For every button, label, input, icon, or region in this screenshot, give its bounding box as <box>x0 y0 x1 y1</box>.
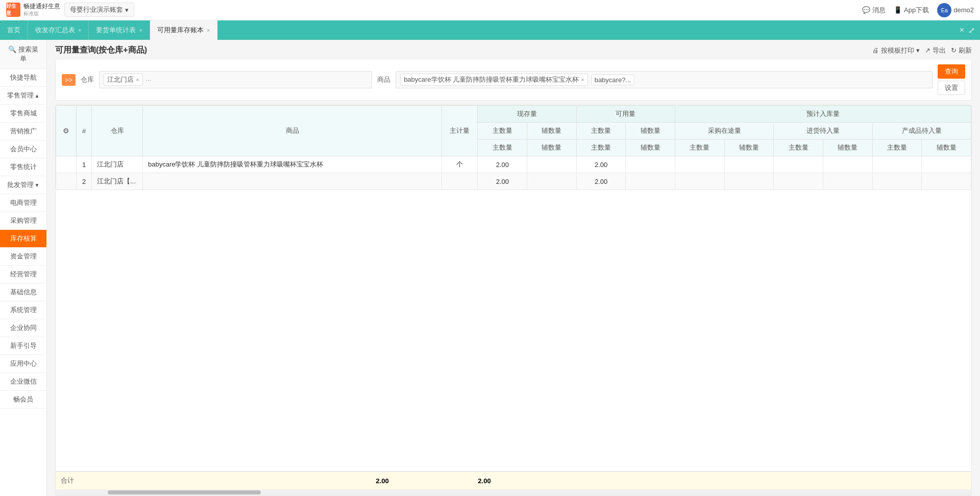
th-current-main-qty: 主数量 <box>478 123 527 139</box>
tab-bar-end: × ⤢ <box>954 20 980 40</box>
row2-available-main: 2.00 <box>576 173 626 190</box>
refresh-button[interactable]: ↻ 刷新 <box>951 46 972 55</box>
th-inbound-pending: 进货待入量 <box>774 123 872 139</box>
sidebar-app-center-label: 应用中心 <box>10 359 37 368</box>
sidebar-item-finance-mgmt[interactable]: 资金管理 <box>0 248 46 266</box>
inventory-table: ⚙ # 仓库 商品 主计量 现存量 可用量 预计入库量 主数量 辅数量 主数量 <box>56 105 971 190</box>
user-menu[interactable]: Ea demo2 <box>937 3 974 17</box>
quick-nav-label: 快捷导航 <box>10 74 37 81</box>
th-settings[interactable]: ⚙ <box>56 106 77 156</box>
scroll-thumb[interactable] <box>108 490 261 494</box>
tab-home-label: 首页 <box>7 26 20 35</box>
top-bar: 好生意 畅捷通好生意 标准版 母婴行业演示账套 ▾ 💬 消息 📱 App下载 E… <box>0 0 980 20</box>
tab-close-all-button[interactable]: × <box>960 26 964 35</box>
query-button[interactable]: 查询 <box>938 64 965 79</box>
template-print-button[interactable]: 🖨 按模板打印 ▾ <box>872 46 920 55</box>
tab-home[interactable]: 首页 <box>0 20 28 40</box>
industry-selector-text: 母婴行业演示账套 <box>70 5 123 14</box>
sidebar-item-app-center[interactable]: 应用中心 <box>0 355 46 373</box>
product-tag-babycare[interactable]: babycare学饮杯 儿童防摔防撞吸管杯重力球吸嘴杯宝宝水杯 × <box>400 74 588 86</box>
row2-pt-main <box>675 173 725 190</box>
sidebar-item-basic-info[interactable]: 基础信息 <box>0 284 46 301</box>
sidebar-retail-stats-label: 零售统计 <box>10 162 37 172</box>
search-menu-label: 搜索菜单 <box>18 45 38 62</box>
row1-current-main: 2.00 <box>478 156 527 173</box>
row2-pp-main <box>872 173 922 190</box>
row2-pt-aux <box>724 173 774 190</box>
tab-expand-button[interactable]: ⤢ <box>968 26 975 35</box>
filter-action-buttons: 查询 设置 <box>938 64 965 95</box>
main-layout: 🔍 搜索菜单 快捷导航 零售管理 ▲ 零售商城 营销推广 会员中心 零售统计 批… <box>0 40 980 496</box>
sidebar-operations-mgmt-label: 经营管理 <box>10 270 37 279</box>
sidebar-item-ecommerce[interactable]: 电商管理 <box>0 194 46 212</box>
row1-num: 1 <box>77 156 92 173</box>
product-filter-tags[interactable]: babycare学饮杯 儿童防摔防撞吸管杯重力球吸嘴杯宝宝水杯 × babyca… <box>396 71 933 88</box>
logo-area: 好生意 畅捷通好生意 标准版 <box>6 3 60 17</box>
filter-expand-button[interactable]: >> <box>62 74 76 86</box>
th-available: 可用量 <box>576 106 675 123</box>
export-label: 导出 <box>933 46 946 55</box>
sidebar-item-marketing[interactable]: 营销推广 <box>0 123 46 140</box>
sidebar-item-enterprise-wechat[interactable]: 企业微信 <box>0 373 46 391</box>
th-product-pending: 产成品待入量 <box>872 123 971 139</box>
table-container: ⚙ # 仓库 商品 主计量 现存量 可用量 预计入库量 主数量 辅数量 主数量 <box>55 105 972 496</box>
refresh-label: 刷新 <box>959 46 972 55</box>
product-tag-babycare2[interactable]: babycare?... <box>591 75 635 85</box>
sidebar-item-inventory-check[interactable]: 库存核算 <box>0 230 46 248</box>
footer-available-main: 2.00 <box>459 477 510 485</box>
product-tag2-label: babycare?... <box>595 76 631 84</box>
warehouse-filter-tags[interactable]: 江北门店 × ··· <box>99 71 372 88</box>
row2-num: 2 <box>77 173 92 190</box>
horizontal-scrollbar[interactable] <box>56 489 971 495</box>
sidebar-enterprise-collab-label: 企业协同 <box>10 323 37 333</box>
tab-receipt-summary[interactable]: 收发存汇总表 × <box>28 20 89 40</box>
top-bar-right: 💬 消息 📱 App下载 Ea demo2 <box>862 3 974 17</box>
tab-available-inventory[interactable]: 可用量库存账本 × <box>150 20 217 40</box>
search-icon: 🔍 <box>8 45 16 53</box>
refresh-icon: ↻ <box>951 46 957 54</box>
th-product: 商品 <box>143 106 442 156</box>
sidebar-marketing-label: 营销推广 <box>10 127 37 136</box>
sidebar-item-enterprise-collab[interactable]: 企业协同 <box>0 319 46 337</box>
tab-order-stats-label: 要货单统计表 <box>96 26 136 35</box>
gear-icon[interactable]: ⚙ <box>63 127 69 135</box>
sidebar-item-member[interactable]: 畅会员 <box>0 391 46 409</box>
tab-order-stats[interactable]: 要货单统计表 × <box>89 20 150 40</box>
print-icon: 🖨 <box>872 46 879 54</box>
sidebar-retail-mall-label: 零售商城 <box>10 109 37 118</box>
export-button[interactable]: ↗ 导出 <box>925 46 946 55</box>
sidebar-item-operations-mgmt[interactable]: 经营管理 <box>0 266 46 284</box>
sidebar-item-member-center[interactable]: 会员中心 <box>0 140 46 158</box>
app-download-button[interactable]: 📱 App下载 <box>894 6 929 15</box>
th-warehouse: 仓库 <box>92 106 143 156</box>
app-download-label: App下载 <box>904 6 929 15</box>
tab-order-stats-close[interactable]: × <box>139 27 142 33</box>
sidebar-item-wholesale-mgmt[interactable]: 批发管理 ▼ <box>0 176 46 194</box>
tab-available-inventory-close[interactable]: × <box>207 27 210 33</box>
sidebar-item-system-mgmt[interactable]: 系统管理 <box>0 301 46 319</box>
warehouse-more-btn[interactable]: ··· <box>146 76 152 84</box>
settings-button[interactable]: 设置 <box>938 81 965 95</box>
tab-receipt-summary-close[interactable]: × <box>78 27 81 33</box>
export-icon: ↗ <box>925 46 930 54</box>
th-pt-aux: 辅数量 <box>724 139 774 156</box>
industry-selector[interactable]: 母婴行业演示账套 ▾ <box>64 3 134 17</box>
sidebar-item-purchase-mgmt[interactable]: 采购管理 <box>0 212 46 230</box>
sidebar-retail-mgmt-label: 零售管理 <box>7 91 34 100</box>
th-current-stock: 现存量 <box>478 106 576 123</box>
th-available-aux-qty: 辅数量 <box>626 123 675 139</box>
sidebar-item-retail-mall[interactable]: 零售商城 <box>0 105 46 123</box>
message-button[interactable]: 💬 消息 <box>862 6 886 15</box>
sidebar-item-new-guide[interactable]: 新手引导 <box>0 337 46 355</box>
warehouse-tag-remove[interactable]: × <box>136 77 139 83</box>
sidebar-item-retail-mgmt[interactable]: 零售管理 ▲ <box>0 87 46 105</box>
search-menu-button[interactable]: 🔍 搜索菜单 <box>0 40 46 69</box>
sidebar-item-retail-stats[interactable]: 零售统计 <box>0 158 46 176</box>
table-footer: 合计 2.00 2.00 <box>56 471 971 489</box>
template-print-label: 按模板打印 <box>881 46 914 55</box>
sidebar-system-mgmt-label: 系统管理 <box>10 305 37 315</box>
product-tag-remove[interactable]: × <box>581 77 584 83</box>
warehouse-tag-jiangbei[interactable]: 江北门店 × <box>104 74 142 86</box>
quick-nav-button[interactable]: 快捷导航 <box>0 69 46 87</box>
avatar: Ea <box>937 3 951 17</box>
